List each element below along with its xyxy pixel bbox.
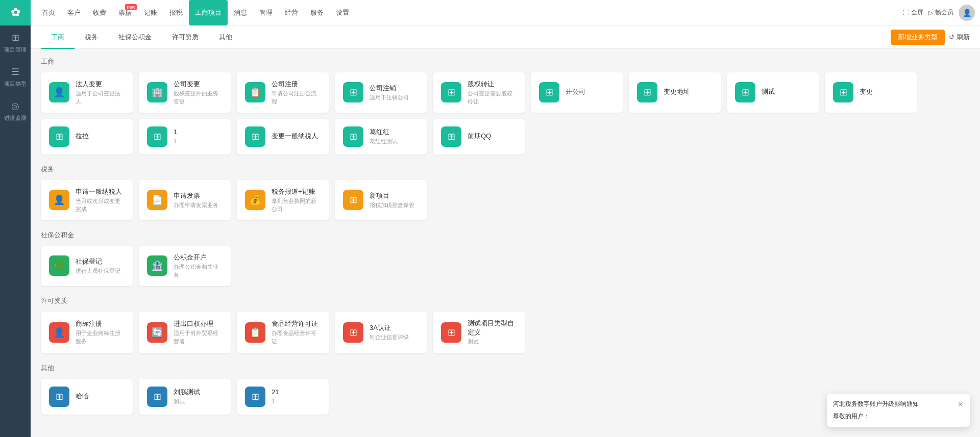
- add-business-type-button[interactable]: 新增业务类型: [891, 30, 945, 45]
- nav-client[interactable]: 客户: [61, 0, 87, 25]
- sidebar-item-progress-monitor[interactable]: ◎ 进度监测: [0, 94, 31, 128]
- tab-license[interactable]: 许可资质: [162, 25, 209, 49]
- cards-grid-social: 🌿 社保登记 进行人员社保登记 🏦 公积金开户 办理公积金相关业务: [41, 246, 970, 286]
- card-icon-trademark: 👤: [49, 322, 69, 343]
- card-title-equity-transfer: 股权转让: [468, 80, 517, 89]
- card-desc-social-register: 进行人员社保登记: [76, 267, 125, 275]
- topnav-right: ⛶ 全屏 ▷ 畅会员 👤: [903, 5, 975, 21]
- tab-social[interactable]: 社保公积金: [108, 25, 162, 49]
- nav-settings[interactable]: 设置: [330, 0, 355, 25]
- sidebar-item-progress-label: 进度监测: [4, 114, 27, 122]
- card-title-company-cancel: 公司注销: [370, 84, 419, 93]
- card-lala[interactable]: ⊞ 拉拉: [41, 119, 133, 155]
- card-company-cancel[interactable]: ⊞ 公司注销 适用于注销公司: [335, 72, 427, 113]
- nav-home[interactable]: 首页: [36, 0, 61, 25]
- tab-industry[interactable]: 工商: [41, 25, 75, 49]
- card-icon-change-address: ⊞: [637, 82, 657, 102]
- card-import-export[interactable]: 🔄 进出口权办理 适用于对外贸易经营者: [139, 312, 231, 353]
- vip-icon: ▷: [928, 9, 933, 16]
- user-avatar[interactable]: 👤: [959, 5, 975, 21]
- sidebar-item-project-mgmt[interactable]: ⊞ 项目管理: [0, 25, 31, 60]
- nav-management[interactable]: 管理: [253, 0, 279, 25]
- nav-message[interactable]: 消息: [228, 0, 253, 25]
- nav-billing[interactable]: 收费: [87, 0, 112, 25]
- card-tax-report[interactable]: 💰 税务报道+记账 拿到营业执照的新公司: [237, 180, 329, 220]
- tab-other[interactable]: 其他: [209, 25, 242, 49]
- nav-ticket[interactable]: 票据 new: [112, 0, 138, 25]
- tabs-bar: 工商 税务 社保公积金 许可资质 其他 新增业务类型 ↺ 刷新: [31, 25, 980, 49]
- card-open-company[interactable]: ⊞ 开公司: [531, 72, 623, 113]
- card-change-address[interactable]: ⊞ 变更地址: [629, 72, 721, 113]
- project-type-icon: ☰: [9, 66, 21, 78]
- card-test-type[interactable]: ⊞ 测试项目类型自定义 测试: [433, 312, 525, 353]
- card-social-register[interactable]: 🌿 社保登记 进行人员社保登记: [41, 246, 133, 286]
- nav-accounting[interactable]: 记账: [138, 0, 163, 25]
- card-icon-change-taxpayer: ⊞: [245, 126, 265, 147]
- progress-icon: ◎: [9, 100, 21, 112]
- card-title-legal-change: 法人变更: [76, 80, 125, 89]
- notification-title: 河北税务数字账户升级影响通知: [833, 400, 919, 408]
- card-title-open-company: 开公司: [566, 87, 615, 96]
- cards-grid-license: 👤 商标注册 用于企业商标注册服务 🔄 进出口权办理 适用于对外贸易经营者: [41, 312, 970, 353]
- card-title-front-qq: 前期QQ: [468, 132, 517, 141]
- card-icon-fund-account: 🏦: [147, 255, 167, 276]
- fullscreen-icon: ⛶: [903, 9, 909, 16]
- sidebar: ✿ ⊞ 项目管理 ☰ 项目类型 ◎ 进度监测: [0, 0, 31, 437]
- card-liupeng-test[interactable]: ⊞ 刘鹏测试 测试: [139, 379, 231, 415]
- card-apply-invoice[interactable]: 📄 申请发票 办理申请发票业务: [139, 180, 231, 220]
- fullscreen-btn[interactable]: ⛶ 全屏: [903, 8, 923, 17]
- section-title-industry: 工商: [41, 57, 970, 66]
- card-icon-company-register: 📋: [245, 82, 265, 102]
- card-desc-company-register: 申请公司注册全流程: [272, 90, 321, 106]
- fullscreen-label: 全屏: [911, 8, 923, 17]
- card-front-qq[interactable]: ⊞ 前期QQ: [433, 119, 525, 155]
- card-desc-test-type: 测试: [468, 338, 517, 346]
- card-title-haha: 哈哈: [76, 392, 125, 401]
- card-icon-apply-taxpayer: 👤: [49, 190, 69, 210]
- card-icon-social-register: 🌿: [49, 255, 69, 276]
- card-title-fund-account: 公积金开户: [174, 253, 223, 262]
- card-icon-front-qq: ⊞: [441, 126, 461, 147]
- section-title-tax: 税务: [41, 165, 970, 174]
- card-legal-change[interactable]: 👤 法人变更 适用于公司变更法人: [41, 72, 133, 113]
- project-mgmt-icon: ⊞: [9, 32, 21, 44]
- vip-btn[interactable]: ▷ 畅会员: [928, 8, 953, 17]
- card-change-taxpayer[interactable]: ⊞ 变更一般纳税人: [237, 119, 329, 155]
- card-equity-transfer[interactable]: ⊞ 股权转让 公司变更需要股权转让: [433, 72, 525, 113]
- refresh-button[interactable]: ↺ 刷新: [949, 33, 970, 42]
- card-company-change[interactable]: 🏢 公司变更 股权变更外的业务变更: [139, 72, 231, 113]
- card-haha[interactable]: ⊞ 哈哈: [41, 379, 133, 415]
- card-company-register[interactable]: 📋 公司注册 申请公司注册全流程: [237, 72, 329, 113]
- card-desc-new-project: 报税加税控盘保管: [370, 201, 419, 209]
- card-desc-apply-taxpayer: 当月或次月成变更完成: [76, 197, 125, 213]
- card-title-num21: 21: [272, 388, 321, 397]
- card-num21[interactable]: ⊞ 21 1: [237, 379, 329, 415]
- nav-industry[interactable]: 工商项目: [189, 0, 228, 25]
- card-icon-apply-invoice: 📄: [147, 190, 167, 210]
- nav-tax[interactable]: 报税: [163, 0, 189, 25]
- card-fund-account[interactable]: 🏦 公积金开户 办理公积金相关业务: [139, 246, 231, 286]
- card-desc-fund-account: 办理公积金相关业务: [174, 263, 223, 279]
- card-trademark[interactable]: 👤 商标注册 用于企业商标注册服务: [41, 312, 133, 353]
- sidebar-item-project-type[interactable]: ☰ 项目类型: [0, 60, 31, 94]
- card-test[interactable]: ⊞ 测试: [727, 72, 819, 113]
- card-title-guhonghong: 葛红红: [370, 127, 419, 137]
- ticket-badge: new: [125, 4, 137, 11]
- nav-service[interactable]: 服务: [304, 0, 330, 25]
- sidebar-logo[interactable]: ✿: [0, 0, 31, 25]
- tab-tax[interactable]: 税务: [75, 25, 108, 49]
- vip-label: 畅会员: [935, 8, 953, 17]
- card-icon-test-type: ⊞: [441, 322, 461, 343]
- card-num1[interactable]: ⊞ 1 1: [139, 119, 231, 155]
- card-food-license[interactable]: 📋 食品经营许可证 办理食品经营许可证: [237, 312, 329, 353]
- card-new-project[interactable]: ⊞ 新项目 报税加税控盘保管: [335, 180, 427, 220]
- card-title-liupeng-test: 刘鹏测试: [174, 388, 223, 397]
- card-3a-cert[interactable]: ⊞ 3A认证 对企业信誉评级: [335, 312, 427, 353]
- card-apply-taxpayer[interactable]: 👤 申请一般纳税人 当月或次月成变更完成: [41, 180, 133, 220]
- card-icon-test: ⊞: [735, 82, 755, 102]
- notification-close-btn[interactable]: ✕: [958, 400, 964, 408]
- card-guhonghong[interactable]: ⊞ 葛红红 葛红红测试: [335, 119, 427, 155]
- card-desc-tax-report: 拿到营业执照的新公司: [272, 197, 321, 213]
- nav-operation[interactable]: 经营: [279, 0, 304, 25]
- card-change[interactable]: ⊞ 变更: [825, 72, 917, 113]
